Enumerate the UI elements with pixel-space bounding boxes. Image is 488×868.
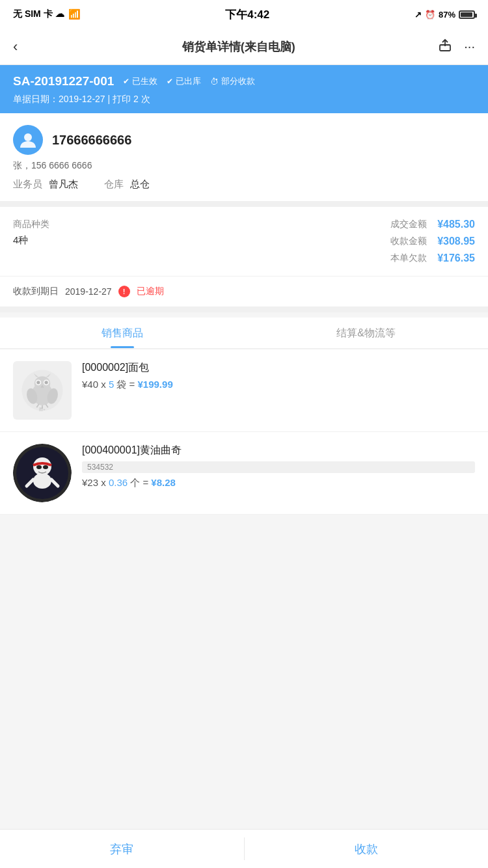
confirm-button[interactable]: 收款 [245, 830, 489, 868]
badge-effective: 已生效 [123, 75, 157, 87]
overdue-icon: ! [118, 286, 130, 297]
warehouse-label: 仓库 [104, 178, 124, 189]
bottom-bar: 弃审 收款 [0, 829, 488, 868]
svg-point-23 [43, 465, 48, 469]
status-right: ↗ ⏰ 87% [414, 10, 475, 20]
product-2-equals: = [142, 477, 151, 488]
sales-person-value: 曾凡杰 [49, 178, 78, 189]
summary-right: 成交金额 ¥485.30 收款金额 ¥308.95 本单欠款 ¥176.35 [390, 219, 475, 264]
more-icon[interactable]: ··· [464, 39, 475, 54]
product-1-total: ¥199.99 [138, 379, 173, 390]
order-date-row: 单据日期：2019-12-27 | 打印 2 次 [13, 94, 475, 105]
back-button[interactable]: ‹ [13, 38, 39, 55]
order-print-count: 2 [133, 94, 139, 104]
product-1-qty: 5 [109, 379, 114, 390]
order-header: SA-20191227-001 已生效 已出库 部分收款 单据日期：2019-1… [0, 65, 488, 113]
order-date: 2019-12-27 [59, 94, 105, 104]
alarm-icon: ⏰ [425, 10, 435, 20]
owed-amount-value: ¥176.35 [437, 252, 475, 264]
spacer-bottom [0, 515, 488, 560]
product-types-value: 4种 [13, 234, 49, 247]
page-title: 销货单详情(来自电脑) [182, 39, 295, 55]
product-types-label: 商品种类 [13, 219, 49, 230]
product-2-price: ¥23 [82, 477, 98, 488]
sim-label: 无 SIM 卡 ☁ [13, 8, 64, 20]
received-amount-value: ¥308.95 [437, 236, 475, 247]
summary-left: 商品种类 4种 [13, 219, 49, 247]
battery-icon [459, 10, 475, 19]
avatar [13, 125, 43, 155]
order-date-label: 单据日期： [13, 94, 59, 104]
trading-amount-label: 成交金额 [390, 219, 427, 230]
location-icon: ↗ [414, 10, 422, 20]
product-2-multiply: x [101, 477, 109, 488]
product-1-name: [0000002]面包 [82, 361, 475, 375]
tabs-section: 销售商品 结算&物流等 [0, 318, 488, 349]
battery-percent: 87% [439, 10, 455, 20]
tab-sales-products[interactable]: 销售商品 [0, 318, 244, 348]
customer-info: 张，156 6666 6666 [13, 160, 475, 172]
badge-shipped: 已出库 [167, 75, 201, 87]
warehouse-field: 仓库 总仓 [104, 178, 150, 191]
owed-amount-row: 本单欠款 ¥176.35 [390, 252, 475, 264]
overdue-text: 已逾期 [137, 286, 164, 297]
product-2-image [13, 444, 72, 502]
svg-point-22 [36, 465, 42, 469]
product-2-info: [000400001]黄油曲奇 534532 ¥23 x 0.36 个 = ¥8… [82, 444, 475, 489]
divider-2 [0, 307, 488, 312]
product-1-price: ¥40 [82, 379, 98, 390]
order-print-label: | 打印 [105, 94, 133, 104]
sales-person-field: 业务员 曾凡杰 [13, 178, 78, 191]
trading-amount-row: 成交金额 ¥485.30 [390, 219, 475, 230]
product-item-1: 图+ [0000002]面包 ¥40 x 5 袋 = ¥199.99 [0, 349, 488, 432]
product-1-price-row: ¥40 x 5 袋 = ¥199.99 [82, 379, 475, 391]
product-1-info: [0000002]面包 ¥40 x 5 袋 = ¥199.99 [82, 361, 475, 391]
order-print-unit: 次 [139, 94, 150, 104]
customer-phone: 17666666666 [52, 133, 131, 148]
product-1-multiply: x [101, 379, 109, 390]
tab-sales-products-label: 销售商品 [102, 327, 143, 338]
svg-point-8 [36, 381, 40, 384]
sales-person-label: 业务员 [13, 178, 42, 189]
product-2-qty: 0.36 [109, 477, 128, 488]
share-icon[interactable] [438, 38, 452, 55]
order-id-row: SA-20191227-001 已生效 已出库 部分收款 [13, 74, 475, 88]
due-date-section: 收款到期日 2019-12-27 ! 已逾期 [0, 277, 488, 307]
warehouse-value: 总仓 [130, 178, 150, 189]
customer-meta: 业务员 曾凡杰 仓库 总仓 [13, 178, 475, 191]
divider-1 [0, 202, 488, 207]
badge-partial-payment: 部分收款 [210, 75, 255, 87]
wifi-icon: 📶 [68, 8, 81, 20]
product-2-total: ¥8.28 [151, 477, 176, 488]
svg-text:图+: 图+ [39, 407, 46, 411]
product-2-name: [000400001]黄油曲奇 [82, 444, 475, 457]
due-date-value: 2019-12-27 [65, 286, 112, 297]
tab-settlement-label: 结算&物流等 [336, 327, 396, 338]
status-left: 无 SIM 卡 ☁ 📶 [13, 8, 81, 20]
due-date-label: 收款到期日 [13, 286, 59, 297]
order-id: SA-20191227-001 [13, 74, 114, 88]
status-time: 下午4:42 [225, 7, 269, 22]
product-1-equals: = [129, 379, 138, 390]
customer-section: 17666666666 张，156 6666 6666 业务员 曾凡杰 仓库 总… [0, 113, 488, 202]
svg-point-9 [45, 381, 48, 384]
received-amount-row: 收款金额 ¥308.95 [390, 236, 475, 247]
product-1-thumbnail: 图+ [13, 361, 72, 420]
status-bar: 无 SIM 卡 ☁ 📶 下午4:42 ↗ ⏰ 87% [0, 0, 488, 29]
product-2-thumbnail [13, 444, 72, 502]
nav-bar: ‹ 销货单详情(来自电脑) ··· [0, 29, 488, 65]
products-section: 图+ [0000002]面包 ¥40 x 5 袋 = ¥199.99 [0, 349, 488, 515]
product-2-tag: 534532 [82, 461, 475, 473]
svg-point-2 [24, 133, 32, 141]
product-item-2: [000400001]黄油曲奇 534532 ¥23 x 0.36 个 = ¥8… [0, 432, 488, 515]
customer-top: 17666666666 [13, 125, 475, 155]
summary-section: 商品种类 4种 成交金额 ¥485.30 收款金额 ¥308.95 本单欠款 ¥… [0, 207, 488, 277]
nav-actions: ··· [438, 38, 475, 55]
tab-settlement[interactable]: 结算&物流等 [244, 318, 488, 348]
product-2-unit: 个 [130, 477, 140, 488]
trading-amount-value: ¥485.30 [437, 219, 475, 230]
product-1-unit: 袋 [116, 379, 126, 390]
owed-amount-label: 本单欠款 [390, 252, 427, 264]
product-2-price-row: ¥23 x 0.36 个 = ¥8.28 [82, 477, 475, 489]
cancel-button[interactable]: 弃审 [0, 830, 244, 868]
